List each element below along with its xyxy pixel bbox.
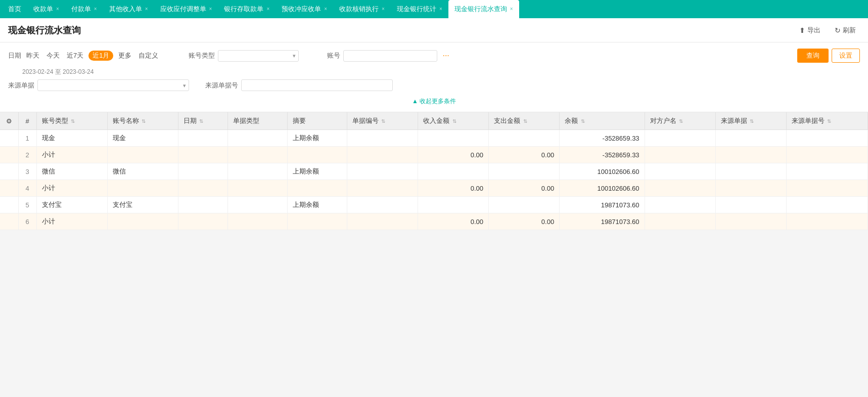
- account-input[interactable]: [343, 50, 437, 62]
- cell-account-type: 支付宝: [36, 197, 107, 213]
- close-tab-2-icon[interactable]: ×: [145, 0, 148, 18]
- cell-summary: 上期余额: [287, 163, 347, 180]
- filter-row-1: 日期 昨天 今天 近7天 近1月 更多 自定义 账号类型 账号 ···: [8, 49, 860, 63]
- cell-income: [418, 163, 488, 180]
- cell-rownum: 6: [18, 213, 36, 230]
- column-income[interactable]: 收入金额 ⇅: [418, 112, 488, 130]
- column-summary: 摘要: [287, 112, 347, 130]
- cell-date: [178, 163, 227, 180]
- cell-doc-no: [347, 213, 418, 230]
- collapse-bar[interactable]: ▲ 收起更多条件: [8, 95, 860, 108]
- cell-doc-no: [347, 130, 418, 147]
- export-button[interactable]: ⬆ 导出: [795, 24, 825, 37]
- settings-button[interactable]: 设置: [832, 49, 860, 63]
- cell-counterparty: [645, 130, 715, 147]
- source-doc-num-input[interactable]: [241, 79, 393, 91]
- account-type-select-wrapper: [218, 50, 299, 62]
- cell-balance: 100102606.60: [560, 180, 645, 197]
- cell-source-doc-no: [786, 197, 867, 213]
- nav-tab-1[interactable]: 付款单 ×: [65, 0, 103, 18]
- close-tab-7-icon[interactable]: ×: [439, 0, 442, 18]
- cell-doc-type: [227, 197, 287, 213]
- cell-doc-type: [227, 163, 287, 180]
- cell-doc-type: [227, 147, 287, 163]
- date-more[interactable]: 更多: [116, 51, 133, 61]
- date-today[interactable]: 今天: [44, 51, 62, 61]
- account-type-filter-group: 账号类型: [189, 50, 299, 62]
- close-tab-1-icon[interactable]: ×: [94, 0, 97, 18]
- cell-source-doc-no: [786, 213, 867, 230]
- cell-source-doc-no: [786, 163, 867, 180]
- cell-rownum: 4: [18, 180, 36, 197]
- column-doc-no[interactable]: 单据编号 ⇅: [347, 112, 418, 130]
- date-label: 日期: [8, 51, 21, 60]
- account-label: 账号: [327, 51, 340, 60]
- cell-counterparty: [645, 147, 715, 163]
- column-counterparty[interactable]: 对方户名 ⇅: [645, 112, 715, 130]
- nav-tab-0[interactable]: 收款单 ×: [27, 0, 65, 18]
- nav-tab-6[interactable]: 收款核销执行 ×: [333, 0, 391, 18]
- refresh-button[interactable]: ↻ 刷新: [831, 24, 860, 37]
- cell-account-name: 微信: [107, 163, 178, 180]
- account-type-select[interactable]: [218, 50, 299, 62]
- cell-account-name: [107, 147, 178, 163]
- cell-checkbox: [0, 213, 18, 230]
- cell-doc-type: [227, 180, 287, 197]
- date-range-text: 2023-02-24 至 2023-03-24: [22, 68, 94, 76]
- column-source-doc[interactable]: 来源单据 ⇅: [715, 112, 786, 130]
- cell-source-doc: [715, 180, 786, 197]
- close-tab-0-icon[interactable]: ×: [56, 0, 59, 18]
- cell-source-doc: [715, 213, 786, 230]
- source-doc-num-filter-group: 来源单据号: [205, 79, 393, 91]
- table-row: 5支付宝支付宝上期余额19871073.60: [0, 197, 868, 213]
- column-account-type[interactable]: 账号类型 ⇅: [36, 112, 107, 130]
- column-rownum: #: [18, 112, 36, 130]
- table-row: 6小计0.000.0019871073.60: [0, 213, 868, 230]
- close-tab-3-icon[interactable]: ×: [209, 0, 212, 18]
- cell-doc-no: [347, 197, 418, 213]
- column-date[interactable]: 日期 ⇅: [178, 112, 227, 130]
- cell-source-doc: [715, 147, 786, 163]
- cell-checkbox: [0, 180, 18, 197]
- table-row: 1现金现金上期余额-3528659.33: [0, 130, 868, 147]
- source-doc-label: 来源单据: [8, 81, 34, 90]
- cell-summary: 上期余额: [287, 197, 347, 213]
- date-7days[interactable]: 近7天: [65, 51, 85, 61]
- cell-balance: 19871073.60: [560, 197, 645, 213]
- cell-rownum: 5: [18, 197, 36, 213]
- close-tab-8-icon[interactable]: ×: [510, 0, 513, 18]
- column-account-name[interactable]: 账号名称 ⇅: [107, 112, 178, 130]
- column-gear[interactable]: ⚙: [0, 112, 18, 130]
- table-container: ⚙ # 账号类型 ⇅ 账号名称 ⇅ 日期 ⇅ 单据类型 摘要 单据编号 ⇅ 收入…: [0, 112, 868, 230]
- cell-counterparty: [645, 197, 715, 213]
- column-expense[interactable]: 支出金额 ⇅: [489, 112, 560, 130]
- data-table: ⚙ # 账号类型 ⇅ 账号名称 ⇅ 日期 ⇅ 单据类型 摘要 单据编号 ⇅ 收入…: [0, 112, 868, 230]
- nav-tab-2[interactable]: 其他收入单 ×: [103, 0, 154, 18]
- date-yesterday[interactable]: 昨天: [24, 51, 41, 61]
- nav-tab-7[interactable]: 现金银行统计 ×: [391, 0, 448, 18]
- column-balance[interactable]: 余额 ⇅: [560, 112, 645, 130]
- top-nav: 首页 收款单 × 付款单 × 其他收入单 × 应收应付调整单 × 银行存取款单 …: [0, 0, 868, 18]
- source-doc-select[interactable]: [37, 79, 189, 91]
- date-1month[interactable]: 近1月: [88, 51, 113, 61]
- cell-expense: [489, 197, 560, 213]
- account-dots-icon[interactable]: ···: [440, 51, 451, 60]
- column-source-doc-no[interactable]: 来源单据号 ⇅: [786, 112, 867, 130]
- close-tab-4-icon[interactable]: ×: [266, 0, 269, 18]
- table-header: ⚙ # 账号类型 ⇅ 账号名称 ⇅ 日期 ⇅ 单据类型 摘要 单据编号 ⇅ 收入…: [0, 112, 868, 130]
- nav-home[interactable]: 首页: [2, 0, 27, 18]
- nav-tab-4[interactable]: 银行存取款单 ×: [218, 0, 276, 18]
- date-custom[interactable]: 自定义: [136, 51, 160, 61]
- table-row: 2小计0.000.00-3528659.33: [0, 147, 868, 163]
- nav-tab-5[interactable]: 预收冲应收单 ×: [276, 0, 333, 18]
- cell-expense: 0.00: [489, 147, 560, 163]
- close-tab-5-icon[interactable]: ×: [324, 0, 327, 18]
- query-button[interactable]: 查询: [797, 49, 829, 63]
- close-tab-6-icon[interactable]: ×: [382, 0, 385, 18]
- cell-balance: -3528659.33: [560, 147, 645, 163]
- nav-tab-8[interactable]: 现金银行流水查询 ×: [448, 0, 519, 18]
- source-doc-select-wrapper: [37, 79, 189, 91]
- cell-balance: 100102606.60: [560, 163, 645, 180]
- nav-tab-3[interactable]: 应收应付调整单 ×: [154, 0, 218, 18]
- cell-account-type: 微信: [36, 163, 107, 180]
